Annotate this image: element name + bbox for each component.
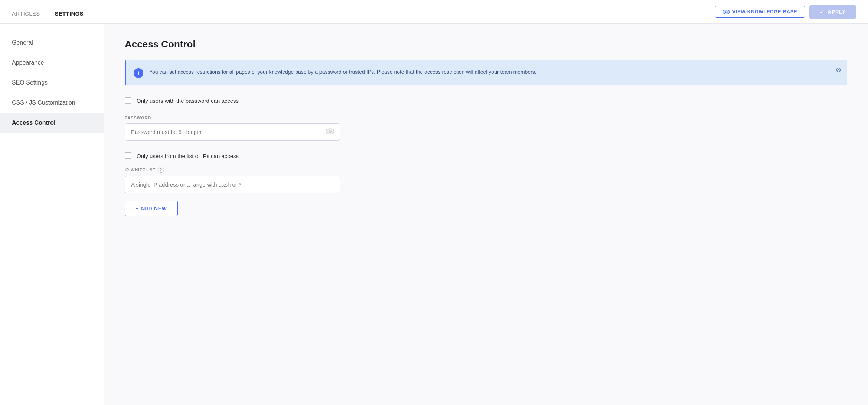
sidebar-item-seo-settings[interactable]: SEO Settings bbox=[0, 73, 104, 93]
password-field-label: PASSWORD bbox=[125, 116, 847, 120]
sidebar-item-general[interactable]: General bbox=[0, 33, 104, 53]
ip-input[interactable] bbox=[125, 176, 340, 193]
info-icon: i bbox=[134, 68, 143, 78]
tab-articles[interactable]: ARTICLES bbox=[12, 10, 40, 23]
password-eye-icon[interactable] bbox=[326, 128, 334, 136]
password-input[interactable] bbox=[125, 123, 340, 141]
apply-button[interactable]: ✓ APPLY bbox=[809, 5, 856, 19]
svg-point-2 bbox=[725, 11, 727, 12]
password-checkbox-label: Only users with the password can access bbox=[137, 98, 239, 104]
page-title: Access Control bbox=[125, 39, 847, 50]
eye-icon bbox=[723, 10, 730, 14]
add-new-button-label: + ADD NEW bbox=[136, 205, 167, 211]
info-banner-close[interactable]: ⊗ bbox=[836, 66, 841, 73]
password-checkbox[interactable] bbox=[125, 97, 131, 104]
view-knowledge-base-button[interactable]: VIEW KNOWLEDGE BASE bbox=[715, 6, 805, 18]
top-nav: ARTICLES SETTINGS VIEW KNOWLEDGE BASE ✓ … bbox=[0, 0, 868, 24]
main-content: Access Control i You can set access rest… bbox=[104, 24, 868, 405]
password-field-wrap bbox=[125, 123, 340, 141]
sidebar-item-appearance[interactable]: Appearance bbox=[0, 53, 104, 73]
ip-checkbox-label: Only users from the list of IPs can acce… bbox=[137, 153, 239, 159]
ip-whitelist-label: IP WHITELIST ? bbox=[125, 167, 847, 173]
ip-help-icon[interactable]: ? bbox=[158, 167, 164, 173]
info-banner: i You can set access restrictions for al… bbox=[125, 60, 847, 85]
sidebar-item-access-control[interactable]: Access Control bbox=[0, 113, 104, 133]
nav-actions: VIEW KNOWLEDGE BASE ✓ APPLY bbox=[715, 5, 856, 19]
nav-tabs: ARTICLES SETTINGS bbox=[12, 0, 84, 23]
tab-settings[interactable]: SETTINGS bbox=[55, 10, 83, 23]
ip-checkbox[interactable] bbox=[125, 152, 131, 159]
ip-checkbox-row: Only users from the list of IPs can acce… bbox=[125, 152, 847, 159]
password-checkbox-row: Only users with the password can access bbox=[125, 97, 847, 104]
sidebar-item-css-js[interactable]: CSS / JS Customization bbox=[0, 93, 104, 113]
info-banner-text: You can set access restrictions for all … bbox=[149, 68, 536, 76]
sidebar: General Appearance SEO Settings CSS / JS… bbox=[0, 24, 104, 405]
add-new-button[interactable]: + ADD NEW bbox=[125, 201, 178, 216]
layout: General Appearance SEO Settings CSS / JS… bbox=[0, 24, 868, 405]
svg-point-7 bbox=[330, 131, 331, 132]
